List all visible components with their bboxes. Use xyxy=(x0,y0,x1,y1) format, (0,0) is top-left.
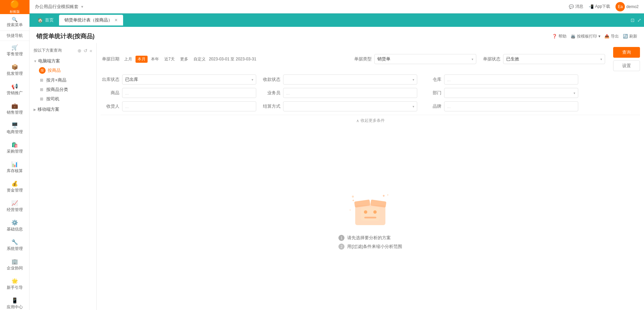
finance-icon: 💰 xyxy=(11,180,18,187)
product-control[interactable]: ... xyxy=(122,88,256,98)
warehouse-control[interactable]: ... xyxy=(444,74,578,85)
sidebar-item-finance[interactable]: 💰 资金管理 xyxy=(0,177,29,197)
sidebar-item-appstore[interactable]: 📱 应用中心 xyxy=(0,294,29,310)
scheme-item-by-category[interactable]: ⊞ 按商品分类 xyxy=(30,85,96,94)
sidebar-item-basic[interactable]: ⚙️ 基础信息 xyxy=(0,216,29,236)
sidebar-item-sales[interactable]: 💼 销售管理 xyxy=(0,99,29,119)
sidebar-item-enterprise[interactable]: 🏢 企业协同 xyxy=(0,255,29,274)
refresh-btn[interactable]: 🔄 刷新 xyxy=(623,34,637,39)
retail-icon: 🛒 xyxy=(11,44,18,51)
sidebar-item-enterprise-label: 企业协同 xyxy=(7,265,23,271)
receipt-label: 收款状态 xyxy=(262,76,280,83)
scheme-item-by-cashier-label: 按司机 xyxy=(46,96,59,102)
sidebar-item-inventory[interactable]: 📊 库存核算 xyxy=(0,158,29,177)
user-menu[interactable]: Ea demo2 xyxy=(615,2,639,11)
staff-placeholder: ... xyxy=(286,91,414,96)
scheme-item-by-product[interactable]: 按 按商品 xyxy=(30,65,96,75)
status-control[interactable]: 已生效 ▾ xyxy=(503,54,605,64)
sidebar-item-guide[interactable]: 🌟 新手引导 xyxy=(0,274,29,294)
receipt-arrow-icon: ▾ xyxy=(413,78,414,82)
outstock-label: 出库状态 xyxy=(101,76,119,83)
brand-control[interactable]: ... xyxy=(444,101,578,111)
app-logo: 🟠 标账版 xyxy=(0,0,30,14)
receiver-field: 收货人 ... xyxy=(101,101,256,111)
topbar-dropdown-icon[interactable]: ▾ xyxy=(81,4,83,9)
date-range-text: 2023-03-01 至 2023-03-31 xyxy=(209,56,256,62)
empty-illustration: ✦ ✦ xyxy=(347,187,394,227)
quick-nav-label[interactable]: 快捷导航 xyxy=(0,31,29,41)
date-tab-more[interactable]: 更多 xyxy=(178,56,190,63)
tab-home[interactable]: 🏠 首页 xyxy=(32,15,59,25)
outstock-field: 出库状态 已出库 ▾ xyxy=(101,74,256,85)
scheme-panel-title: 按以下方案查询 xyxy=(34,48,62,53)
add-scheme-icon[interactable]: ⊕ xyxy=(77,48,82,53)
right-panel: 单据日期 上月 本月 本年 近7天 更多 自定义 20 xyxy=(97,43,644,310)
tab-minimize-btn[interactable]: ⊡ xyxy=(631,17,635,23)
tab-close-icon[interactable]: ✕ xyxy=(114,18,118,22)
collapse-scheme-icon[interactable]: « xyxy=(90,48,92,53)
scheme-item-by-month-label: 按月+商品 xyxy=(46,77,66,83)
date-tab-7days[interactable]: 近7天 xyxy=(162,56,177,63)
purchase-icon: 🛍️ xyxy=(11,142,18,148)
date-tab-last-month[interactable]: 上月 xyxy=(122,56,134,63)
outstock-arrow-icon: ▾ xyxy=(252,78,253,82)
topbar-industry-title: 办公用品行业模拟账套 xyxy=(35,4,78,10)
query-button[interactable]: 查询 xyxy=(613,47,640,58)
collapse-bar[interactable]: ∧ 收起更多条件 xyxy=(101,115,640,126)
message-btn[interactable]: 💬 消息 xyxy=(569,4,583,9)
export-icon: 📤 xyxy=(604,34,609,39)
tab-stats[interactable]: 销货单统计表（按商品） ✕ xyxy=(59,15,123,25)
app-download-btn[interactable]: 📲 App下载 xyxy=(589,4,610,9)
app-download-label: App下载 xyxy=(595,4,610,9)
refresh-scheme-icon[interactable]: ↺ xyxy=(84,48,88,53)
chevron-up-icon: ∧ xyxy=(356,118,359,123)
outstock-control[interactable]: 已出库 ▾ xyxy=(122,74,256,85)
sidebar-item-retail[interactable]: 🛒 零售管理 xyxy=(0,41,29,60)
date-tab-custom[interactable]: 自定义 xyxy=(192,56,208,63)
page-header: 销货单统计表(按商品) ❓ 帮助 🖨️ 按模板打印 ▾ 📤 导出 🔄 刷新 xyxy=(30,27,644,43)
user-avatar: Ea xyxy=(615,2,625,11)
scheme-item-by-cashier[interactable]: ⊞ 按司机 xyxy=(30,94,96,104)
sidebar-item-operation[interactable]: 📈 经营管理 xyxy=(0,197,29,216)
scheme-group-pc-header[interactable]: ▼ 电脑端方案 xyxy=(30,57,96,65)
scheme-item-by-month-product[interactable]: ⊞ 按月+商品 xyxy=(30,75,96,85)
scheme-group-mobile-header[interactable]: ▶ 移动端方案 xyxy=(30,105,96,114)
sidebar-item-wholesale[interactable]: 📦 批发管理 xyxy=(0,60,29,80)
type-arrow-icon: ▾ xyxy=(472,57,473,61)
setting-button[interactable]: 设置 xyxy=(613,60,640,71)
receipt-control[interactable]: ▾ xyxy=(283,74,417,85)
type-field: 单据类型 销货单 ▾ xyxy=(353,54,476,64)
help-btn[interactable]: ❓ 帮助 xyxy=(552,34,567,39)
sidebar-item-system[interactable]: 🔧 系统管理 xyxy=(0,236,29,255)
status-field: 单据状态 已生效 ▾ xyxy=(482,54,605,64)
brand-placeholder: ... xyxy=(447,104,575,109)
scheme-group-mobile-label: 移动端方案 xyxy=(38,106,59,112)
receiver-control[interactable]: ... xyxy=(122,101,256,111)
date-tab-this-month[interactable]: 本月 xyxy=(136,56,148,63)
template-print-btn[interactable]: 🖨️ 按模板打印 ▾ xyxy=(571,34,600,39)
search-menu-item[interactable]: 🔍 搜索菜单 xyxy=(0,14,29,31)
filter-row-2: 出库状态 已出库 ▾ 收款状态 ▾ xyxy=(101,74,640,85)
scheme-item-by-product-label: 按商品 xyxy=(48,67,61,73)
warehouse-placeholder: ... xyxy=(447,77,575,82)
dept-control[interactable]: ▾ xyxy=(444,88,578,98)
brand-field: 品牌 ... xyxy=(423,101,578,111)
date-tab-this-year[interactable]: 本年 xyxy=(149,56,161,63)
staff-control[interactable]: ... xyxy=(283,88,417,98)
sidebar-item-purchase[interactable]: 🛍️ 采购管理 xyxy=(0,138,29,158)
tab-expand-btn[interactable]: ⤢ xyxy=(637,17,641,23)
filter-row-1: 单据日期 上月 本月 本年 近7天 更多 自定义 20 xyxy=(101,47,640,71)
staff-field: 业务员 ... xyxy=(262,88,417,98)
sidebar-item-guide-label: 新手引导 xyxy=(7,285,23,291)
sidebar-item-inventory-label: 库存核算 xyxy=(7,168,23,174)
template-print-icon: 🖨️ xyxy=(571,34,576,39)
warehouse-field: 仓库 ... xyxy=(423,74,578,85)
type-control[interactable]: 销货单 ▾ xyxy=(374,54,476,64)
payment-control[interactable]: ▾ xyxy=(283,101,417,111)
warehouse-label: 仓库 xyxy=(423,76,441,83)
export-btn[interactable]: 📤 导出 xyxy=(604,34,619,39)
marketing-icon: 📢 xyxy=(11,83,18,90)
sidebar-item-marketing[interactable]: 📢 营销推广 xyxy=(0,80,29,99)
type-label: 单据类型 xyxy=(353,56,372,62)
sidebar-item-ecommerce[interactable]: 🖥️ 电商管理 xyxy=(0,119,29,138)
